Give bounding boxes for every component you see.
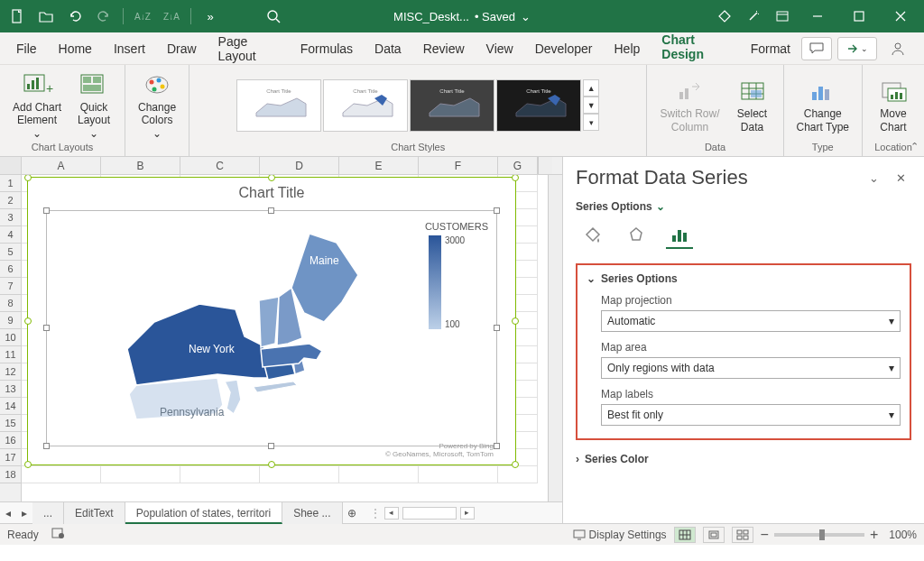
redo-icon[interactable] bbox=[90, 4, 117, 29]
change-chart-type-button[interactable]: Change Chart Type bbox=[791, 75, 855, 135]
pane-close-icon[interactable]: ✕ bbox=[890, 167, 911, 189]
switch-row-column-button[interactable]: Switch Row/ Column bbox=[654, 75, 725, 135]
region-maine[interactable] bbox=[291, 234, 358, 322]
close-button[interactable] bbox=[881, 4, 920, 29]
menu-help[interactable]: Help bbox=[603, 34, 651, 63]
embedded-chart[interactable]: Chart Title CUSTOMERS bbox=[27, 177, 516, 465]
row-header[interactable]: 2 bbox=[0, 192, 21, 209]
row-header[interactable]: 18 bbox=[0, 466, 21, 483]
display-settings-button[interactable]: Display Settings bbox=[573, 529, 667, 541]
row-header[interactable]: 10 bbox=[0, 329, 21, 346]
plot-handle[interactable] bbox=[268, 207, 274, 214]
sheet-tab-shee[interactable]: Shee ... bbox=[282, 502, 342, 524]
row-header[interactable]: 7 bbox=[0, 278, 21, 295]
col-header-b[interactable]: B bbox=[101, 157, 180, 174]
change-colors-button[interactable]: Change Colors ⌄ bbox=[133, 69, 181, 142]
hscroll-left[interactable]: ◂ bbox=[384, 507, 399, 520]
row-header[interactable]: 12 bbox=[0, 363, 21, 381]
map-projection-select[interactable]: Automatic▾ bbox=[601, 310, 901, 332]
menu-view[interactable]: View bbox=[476, 34, 524, 63]
menu-home[interactable]: Home bbox=[48, 34, 103, 63]
chart-style-2[interactable]: Chart Title bbox=[323, 79, 408, 132]
open-file-icon[interactable] bbox=[32, 4, 60, 29]
chart-handle[interactable] bbox=[268, 175, 275, 181]
styles-scroll-down[interactable]: ▼ bbox=[583, 97, 599, 114]
comments-button[interactable] bbox=[801, 37, 832, 60]
row-header[interactable]: 5 bbox=[0, 244, 21, 261]
plot-handle[interactable] bbox=[494, 325, 500, 331]
menu-draw[interactable]: Draw bbox=[156, 34, 208, 63]
zoom-in-button[interactable]: + bbox=[870, 527, 878, 543]
zoom-level[interactable]: 100% bbox=[889, 529, 917, 541]
sort-desc-icon[interactable]: Z↓A bbox=[158, 4, 185, 29]
zoom-slider[interactable] bbox=[774, 533, 864, 537]
menu-format[interactable]: Format bbox=[740, 34, 801, 63]
minimize-button[interactable] bbox=[798, 4, 837, 29]
row-header[interactable]: 14 bbox=[0, 398, 21, 415]
row-header[interactable]: 16 bbox=[0, 432, 21, 449]
pane-subtitle[interactable]: Series Options⌄ bbox=[576, 200, 911, 213]
plot-handle[interactable] bbox=[494, 443, 500, 449]
title-dropdown-icon[interactable]: ⌄ bbox=[521, 10, 531, 23]
sheet-tab-edittext[interactable]: EditText bbox=[64, 502, 125, 524]
effects-tab-icon[interactable] bbox=[623, 222, 650, 249]
chart-title[interactable]: Chart Title bbox=[28, 185, 515, 201]
plot-handle[interactable] bbox=[494, 207, 500, 214]
row-header[interactable]: 3 bbox=[0, 209, 21, 226]
series-options-tab-icon[interactable] bbox=[666, 222, 693, 249]
ribbon-mode-icon[interactable] bbox=[769, 4, 796, 29]
series-options-header[interactable]: ⌄ Series Options bbox=[587, 272, 901, 285]
plot-handle[interactable] bbox=[43, 207, 50, 214]
select-all-cell[interactable] bbox=[0, 157, 22, 174]
row-header[interactable]: 11 bbox=[0, 346, 21, 363]
account-button[interactable] bbox=[882, 37, 913, 60]
map-labels-select[interactable]: Best fit only▾ bbox=[601, 404, 901, 426]
zoom-out-button[interactable]: − bbox=[761, 527, 769, 543]
chart-style-1[interactable]: Chart Title bbox=[236, 79, 321, 132]
series-color-header[interactable]: › Series Color bbox=[576, 449, 911, 469]
menu-review[interactable]: Review bbox=[412, 34, 476, 63]
row-header[interactable]: 6 bbox=[0, 261, 21, 278]
col-header-e[interactable]: E bbox=[339, 157, 419, 174]
styles-scroll-up[interactable]: ▲ bbox=[583, 79, 599, 97]
move-chart-button[interactable]: Move Chart bbox=[870, 75, 917, 135]
more-commands-icon[interactable]: » bbox=[197, 4, 224, 29]
quick-layout-button[interactable]: Quick Layout ⌄ bbox=[70, 69, 117, 142]
tab-split-handle[interactable]: ⋮ bbox=[370, 507, 381, 520]
col-header-g[interactable]: G bbox=[498, 157, 538, 174]
styles-scroll-more[interactable]: ▾ bbox=[583, 114, 599, 131]
col-header-a[interactable]: A bbox=[22, 157, 101, 174]
page-break-view-button[interactable] bbox=[732, 527, 753, 543]
add-sheet-button[interactable]: ⊕ bbox=[343, 507, 361, 520]
region-massachusetts[interactable] bbox=[261, 344, 322, 367]
tab-nav-next[interactable]: ▸ bbox=[16, 507, 32, 520]
menu-formulas[interactable]: Formulas bbox=[290, 34, 364, 63]
plot-handle[interactable] bbox=[43, 443, 50, 449]
region-long-island[interactable] bbox=[254, 382, 297, 392]
row-header[interactable]: 15 bbox=[0, 415, 21, 432]
chart-legend[interactable]: CUSTOMERS 3000 100 bbox=[425, 221, 488, 329]
menu-insert[interactable]: Insert bbox=[103, 34, 156, 63]
menu-data[interactable]: Data bbox=[364, 34, 412, 63]
vertical-scrollbar[interactable] bbox=[548, 175, 562, 501]
col-header-d[interactable]: D bbox=[260, 157, 339, 174]
chart-style-4[interactable]: Chart Title bbox=[496, 79, 581, 132]
region-vermont[interactable] bbox=[259, 297, 279, 347]
hscroll-right[interactable]: ▸ bbox=[460, 507, 475, 520]
row-header[interactable]: 8 bbox=[0, 295, 21, 312]
menu-page-layout[interactable]: Page Layout bbox=[208, 27, 290, 70]
row-header[interactable]: 9 bbox=[0, 312, 21, 329]
plot-handle[interactable] bbox=[43, 325, 50, 331]
row-header[interactable]: 17 bbox=[0, 449, 21, 466]
page-layout-view-button[interactable] bbox=[703, 527, 725, 543]
sheet-tab-population[interactable]: Population of states, territori bbox=[125, 502, 282, 524]
tab-nav-prev[interactable]: ◂ bbox=[0, 507, 16, 520]
row-header[interactable]: 1 bbox=[0, 175, 21, 192]
vertical-scrollbar-top[interactable] bbox=[538, 157, 552, 174]
add-chart-element-button[interactable]: + Add Chart Element ⌄ bbox=[7, 69, 67, 142]
menu-file[interactable]: File bbox=[5, 34, 48, 63]
cell-grid[interactable]: /* grid drawn below via repeated rows */… bbox=[22, 175, 548, 501]
new-file-icon[interactable] bbox=[4, 4, 31, 29]
col-header-f[interactable]: F bbox=[419, 157, 498, 174]
pane-options-icon[interactable]: ⌄ bbox=[863, 167, 884, 189]
